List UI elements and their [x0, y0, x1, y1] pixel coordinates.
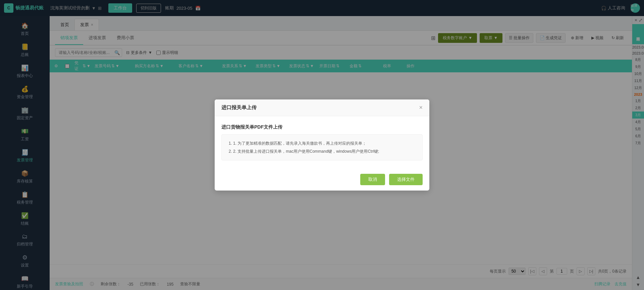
modal-title: 进口报关单上传 [221, 104, 257, 111]
modal-info-box: 1. 为了更加精准的数据匹配，请先录入海关缴款书，再上传对应的报关单； 2. 支… [221, 134, 423, 160]
instruction-2: 2. 支持批量上传进口报关单，mac用户使用Command键，windows用户… [233, 147, 417, 155]
modal-body: 进口货物报关单PDF文件上传 1. 为了更加精准的数据匹配，请先录入海关缴款书，… [215, 116, 429, 168]
modal-header: 进口报关单上传 × [215, 99, 429, 116]
instruction-1: 1. 为了更加精准的数据匹配，请先录入海关缴款书，再上传对应的报关单； [233, 139, 417, 147]
modal-footer: 取消 选择文件 [215, 168, 429, 191]
modal-close-button[interactable]: × [419, 104, 423, 111]
modal-overlay[interactable]: 进口报关单上传 × 进口货物报关单PDF文件上传 1. 为了更加精准的数据匹配，… [0, 0, 644, 290]
modal-dialog: 进口报关单上传 × 进口货物报关单PDF文件上传 1. 为了更加精准的数据匹配，… [215, 99, 429, 191]
cancel-modal-button[interactable]: 取消 [360, 174, 385, 185]
select-file-button[interactable]: 选择文件 [389, 174, 423, 185]
modal-section-title: 进口货物报关单PDF文件上传 [221, 124, 423, 130]
